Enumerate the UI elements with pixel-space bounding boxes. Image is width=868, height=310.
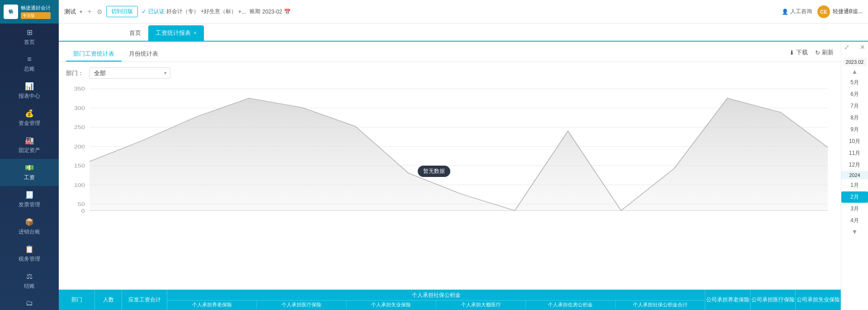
chart-tooltip: 暂无数据 (418, 166, 450, 177)
add-button[interactable]: ＋ (86, 7, 93, 16)
th-salary-total: 应发工资合计 (122, 290, 167, 310)
month-item-2-active[interactable]: 2月 (841, 191, 868, 203)
svg-text:200: 200 (74, 143, 85, 149)
ledger-icon: ≡ (27, 55, 31, 63)
sidebar-item-tax[interactable]: 📋 税务管理 (0, 240, 59, 267)
logo-icon: 畅 (4, 5, 18, 19)
sales-icon: 📦 (25, 218, 34, 226)
scroll-up-button[interactable]: ▲ (852, 68, 858, 75)
month-item-6[interactable]: 6月 (841, 89, 868, 100)
content-area: 部门工资统计表 月份统计表 ⬇ 下载 ↻ 刷新 部门： (59, 42, 868, 310)
refresh-icon: ↻ (815, 49, 820, 56)
salary-icon: 💵 (25, 163, 34, 172)
settle-icon: ⚖ (26, 272, 33, 281)
settings-button[interactable]: ⚙ (97, 8, 103, 15)
th-company-unemploy: 公司承担失业保险 (796, 290, 841, 310)
svg-text:300: 300 (74, 105, 85, 111)
sidebar-item-assets[interactable]: 🏭 固定资产 (0, 132, 59, 159)
month-item-8[interactable]: 8月 (841, 112, 868, 124)
dept-select[interactable]: 全部 财务部 销售部 技术部 行政部 (89, 67, 170, 79)
sidebar: 畅 畅捷通好会计 专业版 ⊞ 首页 ≡ 总账 📊 报表中心 💰 资金管理 🏭 固… (0, 0, 59, 310)
svg-text:0: 0 (81, 208, 85, 214)
year-2024-label: 2024 (841, 171, 868, 179)
th-personal-housing: 个人承担住房公积金 (526, 300, 615, 309)
month-item-4[interactable]: 4月 (841, 215, 868, 226)
scroll-down-button[interactable]: ▼ (852, 228, 858, 235)
calendar-icon[interactable]: 📅 (284, 9, 291, 15)
invoice-icon: 🧾 (25, 191, 34, 199)
th-personal-medical: 个人承担医疗保险 (257, 300, 346, 309)
topbar-right: 👤 人工咨询 CE 轻捷通B追... (782, 5, 863, 18)
month-item-3[interactable]: 3月 (841, 203, 868, 215)
period: 账期 2023-02 📅 (250, 8, 291, 15)
svg-text:150: 150 (74, 163, 85, 169)
th-personal-pension: 个人承担养老保险 (167, 300, 257, 309)
tab-home[interactable]: 首页 (122, 25, 148, 41)
current-period-label: 2023.02 (843, 58, 867, 66)
th-personal-insurance-group: 个人承担社保公积金 个人承担养老保险 个人承担医疗保险 个人承担失业保险 个人承… (167, 290, 705, 310)
badge-certified: 已认证 (148, 8, 165, 15)
sidebar-item-ledger[interactable]: ≡ 总账 (0, 51, 59, 77)
sidebar-item-reports[interactable]: 📊 报表中心 (0, 77, 59, 105)
main-area: 测试 ▾ ＋ ⚙ 切到旧版 ✓ 已认证 好会计（专） +好生意（标） +... … (59, 0, 868, 310)
chart-area: 350 300 250 200 150 100 50 0 暂无数据 (59, 84, 841, 290)
content-main: 部门工资统计表 月份统计表 ⬇ 下载 ↻ 刷新 部门： (59, 42, 841, 310)
dept-select-wrap: 全部 财务部 销售部 技术部 行政部 ▾ (89, 67, 170, 79)
sidebar-item-funds[interactable]: 💰 资金管理 (0, 105, 59, 132)
dept-label: 部门： (66, 69, 84, 77)
certified-icon: ✓ (142, 8, 146, 15)
logo-text: 畅捷通好会计 专业版 (21, 5, 51, 19)
sidebar-item-sales[interactable]: 📦 进销台账 (0, 213, 59, 240)
subtab-dept[interactable]: 部门工资统计表 (66, 47, 122, 62)
close-panel-button[interactable]: ✕ (860, 43, 865, 51)
month-item-12[interactable]: 12月 (841, 159, 868, 171)
svg-text:250: 250 (74, 124, 85, 130)
month-item-9[interactable]: 9月 (841, 124, 868, 135)
reports-icon: 📊 (25, 82, 34, 91)
subtabs: 部门工资统计表 月份统计表 ⬇ 下载 ↻ 刷新 (59, 42, 841, 62)
svg-text:50: 50 (78, 201, 85, 207)
download-icon: ⬇ (789, 49, 794, 56)
switch-version-button[interactable]: 切到旧版 (106, 6, 138, 17)
download-button[interactable]: ⬇ 下载 (789, 48, 808, 57)
expand-panel-button[interactable]: ⤢ (844, 43, 849, 51)
svg-text:100: 100 (74, 182, 85, 188)
service-icon: 👤 (782, 9, 788, 15)
th-company-pension: 公司承担养老保险 (705, 290, 750, 310)
tab-close-button[interactable]: × (193, 30, 197, 36)
archive-icon: 🗂 (26, 299, 33, 307)
salary-chart: 350 300 250 200 150 100 50 0 (66, 84, 834, 220)
company-dropdown-arrow[interactable]: ▾ (80, 9, 82, 15)
home-icon: ⊞ (27, 28, 33, 37)
refresh-button[interactable]: ↻ 刷新 (815, 48, 834, 57)
month-item-1[interactable]: 1月 (841, 180, 868, 191)
tax-icon: 📋 (25, 245, 34, 253)
table-header-row: 部门 人数 应发工资合计 个人承担社保公积金 个人承担养老保险 个人承担医疗保险… (59, 290, 841, 310)
user-name: 轻捷通B追... (833, 8, 863, 15)
sidebar-item-settle[interactable]: ⚖ 结账 (0, 267, 59, 295)
th-dept: 部门 (59, 290, 95, 310)
topbar: 测试 ▾ ＋ ⚙ 切到旧版 ✓ 已认证 好会计（专） +好生意（标） +... … (59, 0, 868, 24)
subtab-month[interactable]: 月份统计表 (122, 47, 165, 62)
funds-icon: 💰 (25, 109, 34, 118)
subtabs-left: 部门工资统计表 月份统计表 (66, 47, 165, 62)
tab-salary-report[interactable]: 工资统计报表 × (148, 25, 204, 41)
right-panel: ✕ ⤢ 2023.02 ▲ 5月 6月 7月 8月 9月 10月 11月 12月… (841, 42, 868, 310)
month-item-11[interactable]: 11月 (841, 148, 868, 159)
month-item-7[interactable]: 7月 (841, 100, 868, 112)
badge-more: +... (238, 9, 246, 15)
th-personal-serious: 个人承担大额医疗 (436, 300, 526, 309)
service-button[interactable]: 👤 人工咨询 (782, 8, 812, 15)
sidebar-item-home[interactable]: ⊞ 首页 (0, 24, 59, 51)
month-item-5[interactable]: 5月 (841, 77, 868, 88)
year-month-list: 5月 6月 7月 8月 9月 10月 11月 12月 2024 1月 2月 3月… (841, 77, 868, 226)
th-company-medical: 公司承担医疗保险 (750, 290, 796, 310)
sidebar-item-archive[interactable]: 🗂 归档管理 (0, 295, 59, 310)
sidebar-item-salary[interactable]: 💵 工资 (0, 159, 59, 186)
sidebar-logo: 畅 畅捷通好会计 专业版 (0, 0, 59, 24)
th-personal-sub-cells: 个人承担养老保险 个人承担医疗保险 个人承担失业保险 个人承担大额医疗 个人承担… (167, 300, 705, 309)
sidebar-item-invoice[interactable]: 🧾 发票管理 (0, 186, 59, 213)
avatar: CE (817, 5, 830, 18)
user-menu[interactable]: CE 轻捷通B追... (817, 5, 863, 18)
month-item-10[interactable]: 10月 (841, 136, 868, 147)
